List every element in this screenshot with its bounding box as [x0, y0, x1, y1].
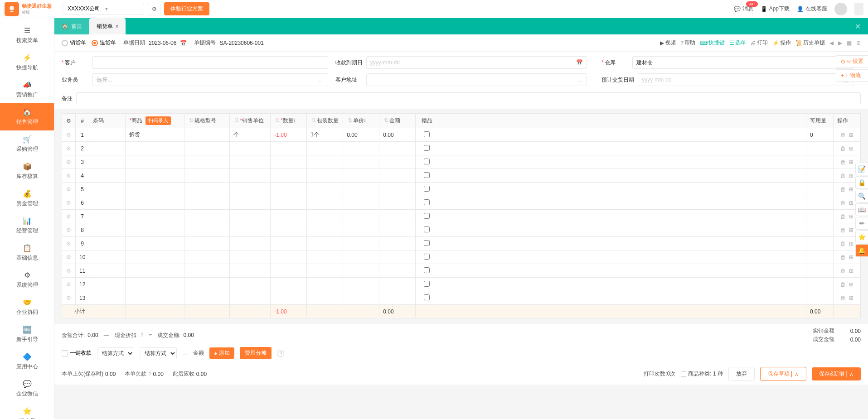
- copy-icon[interactable]: ⊞: [849, 227, 853, 233]
- sidebar-item-quick-nav[interactable]: ⚡ 快捷导航: [0, 49, 54, 76]
- sidebar-item-wechat[interactable]: 💬 企业微信: [0, 375, 54, 402]
- delete-icon[interactable]: 🗑: [840, 241, 846, 247]
- row-qty[interactable]: [271, 210, 307, 223]
- row-qty[interactable]: [271, 223, 307, 237]
- logistics-button[interactable]: + + 物流: [836, 69, 868, 82]
- row-product[interactable]: [126, 264, 184, 278]
- customer-address-input[interactable]: …: [366, 73, 587, 86]
- toolbar-video[interactable]: ▶ 视频: [660, 39, 676, 47]
- row-unit[interactable]: [230, 142, 271, 155]
- nav-prev-icon[interactable]: ◀: [829, 40, 834, 46]
- row-settings-icon[interactable]: ⚙: [62, 223, 76, 237]
- row-barcode[interactable]: [89, 210, 126, 223]
- row-gift[interactable]: [416, 210, 438, 223]
- row-product[interactable]: [126, 291, 184, 305]
- copy-icon[interactable]: ⊞: [849, 254, 853, 260]
- row-amount[interactable]: [379, 250, 416, 264]
- calendar-icon[interactable]: 📅: [180, 40, 187, 46]
- right-panel-edit[interactable]: ✏: [855, 217, 868, 230]
- row-amount[interactable]: [379, 183, 416, 196]
- row-gift[interactable]: [416, 128, 438, 142]
- row-pkgqty[interactable]: [307, 210, 343, 223]
- row-barcode[interactable]: [89, 237, 126, 250]
- row-barcode[interactable]: [89, 264, 126, 278]
- row-pkgqty[interactable]: [307, 183, 343, 196]
- row-qty[interactable]: [271, 142, 307, 155]
- toolbar-shortcut[interactable]: ⌨ 快捷键: [700, 39, 725, 47]
- row-qty[interactable]: [271, 155, 307, 169]
- row-unit[interactable]: [230, 210, 271, 223]
- row-gift[interactable]: [416, 155, 438, 169]
- row-barcode[interactable]: [89, 250, 126, 264]
- online-service-button[interactable]: 👤 在线客服: [797, 5, 827, 13]
- row-pkgqty[interactable]: [307, 237, 343, 250]
- row-price[interactable]: [343, 142, 379, 155]
- row-settings-icon[interactable]: ⚙: [62, 128, 76, 142]
- view-expand-icon[interactable]: ⊞: [856, 40, 861, 46]
- row-barcode[interactable]: [89, 278, 126, 291]
- company-selector[interactable]: XXXXXX公司 ▼: [63, 3, 144, 15]
- row-pkgqty[interactable]: [307, 223, 343, 237]
- row-amount[interactable]: [379, 291, 416, 305]
- row-pkgqty[interactable]: [307, 155, 343, 169]
- sidebar-item-enterprise[interactable]: 🤝 企业协同: [0, 294, 54, 321]
- row-barcode[interactable]: [89, 142, 126, 155]
- sidebar-item-member[interactable]: ⭐ 畅会员: [0, 402, 54, 419]
- remarks-input[interactable]: [76, 92, 861, 104]
- row-pkgqty[interactable]: [307, 142, 343, 155]
- row-spec[interactable]: [184, 155, 230, 169]
- row-pkgqty[interactable]: 1个: [307, 128, 343, 142]
- account-more-icon[interactable]: …: [182, 350, 188, 356]
- setup-button[interactable]: ⊙ ⊙ 设置: [836, 55, 868, 67]
- row-price[interactable]: [343, 264, 379, 278]
- sidebar-item-apps[interactable]: 🔷 应用中心: [0, 348, 54, 375]
- row-spec[interactable]: [184, 142, 230, 155]
- row-gift[interactable]: [416, 278, 438, 291]
- toolbar-choose[interactable]: ☰ 选单: [729, 39, 746, 47]
- row-spec[interactable]: [184, 223, 230, 237]
- warehouse-input[interactable]: 建材仓 …: [632, 56, 853, 69]
- row-amount[interactable]: [379, 142, 416, 155]
- row-unit[interactable]: [230, 237, 271, 250]
- copy-icon[interactable]: ⊞: [849, 241, 853, 247]
- right-panel-book[interactable]: 📖: [855, 203, 868, 216]
- row-spec[interactable]: [184, 183, 230, 196]
- copy-icon[interactable]: ⊞: [849, 213, 853, 220]
- delete-icon[interactable]: 🗑: [840, 200, 846, 206]
- save-draft-chevron[interactable]: ∧: [791, 371, 799, 377]
- tab-close-icon[interactable]: ×: [116, 24, 118, 29]
- footer-help-icon[interactable]: ?: [277, 350, 284, 357]
- row-gift[interactable]: [416, 223, 438, 237]
- nav-next-icon[interactable]: ▶: [838, 40, 842, 46]
- delete-icon[interactable]: 🗑: [840, 254, 846, 260]
- row-settings-icon[interactable]: ⚙: [62, 291, 76, 305]
- due-date-input[interactable]: yyyy-mm-dd 📅: [366, 56, 587, 69]
- row-spec[interactable]: [184, 210, 230, 223]
- row-gift[interactable]: [416, 250, 438, 264]
- delete-icon[interactable]: 🗑: [840, 159, 846, 165]
- row-settings-icon[interactable]: ⚙: [62, 196, 76, 210]
- copy-icon[interactable]: ⊞: [849, 173, 853, 179]
- right-panel-notes[interactable]: 📝: [855, 163, 868, 175]
- row-price[interactable]: [343, 169, 379, 183]
- row-qty[interactable]: [271, 250, 307, 264]
- row-unit[interactable]: [230, 169, 271, 183]
- view-list-icon[interactable]: ▦: [847, 40, 852, 46]
- row-spec[interactable]: [184, 196, 230, 210]
- sidebar-item-inventory[interactable]: 📦 库存核算: [0, 158, 54, 185]
- salesperson-input[interactable]: 选择... …: [92, 73, 328, 86]
- delete-icon[interactable]: 🗑: [840, 132, 846, 138]
- row-price[interactable]: 0.00: [343, 128, 379, 142]
- row-amount[interactable]: [379, 155, 416, 169]
- row-amount[interactable]: [379, 264, 416, 278]
- row-barcode[interactable]: [89, 223, 126, 237]
- row-price[interactable]: [343, 291, 379, 305]
- row-qty[interactable]: [271, 169, 307, 183]
- toolbar-print[interactable]: 🖨 打印: [751, 39, 768, 47]
- add-button[interactable]: ● 添加: [209, 347, 234, 359]
- sidebar-item-operations[interactable]: 📊 经营管理: [0, 212, 54, 239]
- row-qty[interactable]: -1.00: [271, 128, 307, 142]
- row-spec[interactable]: [184, 264, 230, 278]
- row-barcode[interactable]: [89, 155, 126, 169]
- delete-icon[interactable]: 🗑: [840, 227, 846, 233]
